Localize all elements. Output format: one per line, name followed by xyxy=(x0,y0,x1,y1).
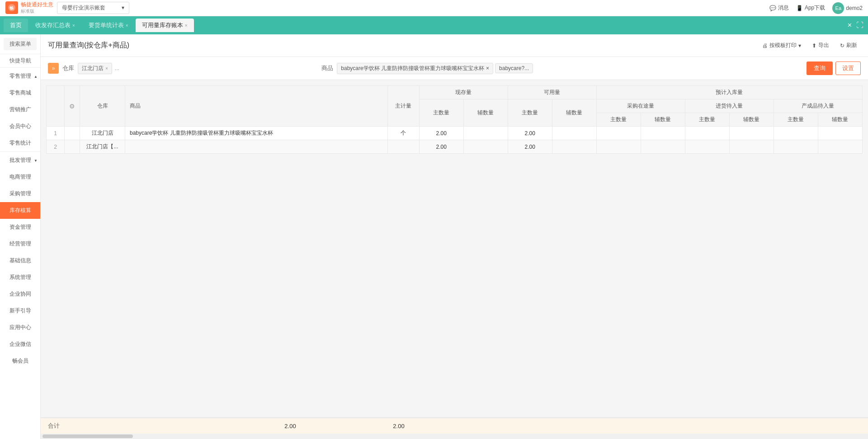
settings-gear-icon[interactable]: ⚙ xyxy=(69,103,75,110)
sidebar-item-retail-stats[interactable]: 零售统计 xyxy=(0,135,40,151)
footer-pp-main xyxy=(697,423,751,430)
sidebar-item-operations[interactable]: 经营管理 xyxy=(0,236,40,252)
row-1-warehouse: 江北门店 xyxy=(80,127,125,140)
sidebar-item-retail-management[interactable]: 零售管理 ▲ xyxy=(0,68,40,85)
footer-spacer3 xyxy=(227,423,263,430)
phone-icon: 📱 xyxy=(796,5,803,11)
refresh-btn[interactable]: ↻ 刷新 xyxy=(836,40,861,51)
tab-close-icon[interactable]: × xyxy=(72,23,75,28)
table-row: 2 江北门店【... 2.00 2.00 xyxy=(47,140,863,154)
row-1-settings xyxy=(65,127,80,140)
sidebar-item-wholesale[interactable]: 批发管理 ▼ xyxy=(0,152,40,169)
dropdown-icon: ▾ xyxy=(122,5,124,11)
sidebar-wholesale-label: 批发管理 xyxy=(9,156,31,164)
table-area: ⚙ 仓库 商品 主计量 现存量 可用量 预计入库量 主数量 辅数量 主数量 辅数… xyxy=(41,80,868,417)
warehouse-tag[interactable]: 江北门店 × xyxy=(78,63,112,74)
sidebar-newbie-label: 新手引导 xyxy=(9,307,31,315)
sidebar: 搜索菜单 快捷导航 零售管理 ▲ 零售商城 营销推广 会员中心 零售统计 批发管 xyxy=(0,34,41,439)
sidebar-item-ecommerce[interactable]: 电商管理 xyxy=(0,169,40,185)
sidebar-item-basic-info[interactable]: 基础信息 xyxy=(0,252,40,269)
message-label: 消息 xyxy=(778,4,789,12)
th-ip-aux: 辅数量 xyxy=(729,113,774,127)
product-tag-1[interactable]: babycare学饮杯 儿童防摔防撞吸管杯重力球吸嘴杯宝宝水杯 × xyxy=(337,63,493,74)
th-pp-main: 主数量 xyxy=(774,113,818,127)
user-area[interactable]: Ea demo2 xyxy=(832,2,863,14)
footer-pt-main xyxy=(480,423,534,430)
th-available: 可用量 xyxy=(508,86,596,99)
scroll-thumb[interactable] xyxy=(42,434,133,438)
expand-tabs-btn[interactable]: ⛶ xyxy=(856,21,863,29)
sidebar-item-marketing[interactable]: 营销推广 xyxy=(0,101,40,118)
tab-close-icon-3[interactable]: × xyxy=(185,23,188,28)
logo-icon: 畅 xyxy=(5,1,18,14)
warehouse-tag-close[interactable]: × xyxy=(105,66,108,71)
warehouse-tags-area: 江北门店 × ... xyxy=(78,63,311,74)
logo-sub: 标准版 xyxy=(21,8,53,14)
close-all-tabs-btn[interactable]: × xyxy=(848,21,852,29)
tab-close-icon-2[interactable]: × xyxy=(126,23,128,28)
print-template-btn[interactable]: 🖨 按模板打印 ▾ xyxy=(759,40,805,51)
th-inbound-pending: 进货待入量 xyxy=(685,99,774,113)
sidebar-item-newbie[interactable]: 新手引导 xyxy=(0,302,40,319)
product-tag-1-close[interactable]: × xyxy=(486,65,489,71)
row-2-available-aux xyxy=(552,140,596,154)
message-btn[interactable]: 💬 消息 xyxy=(769,4,789,12)
footer-ip-aux xyxy=(643,423,697,430)
row-2-settings xyxy=(65,140,80,154)
tab-available-stock[interactable]: 可用量库存账本 × xyxy=(136,19,194,32)
sidebar-purchase-label: 采购管理 xyxy=(9,190,31,198)
industry-selector[interactable]: 母婴行业演示账套 ▾ xyxy=(57,2,129,14)
sidebar-item-retail-mall[interactable]: 零售商城 xyxy=(0,85,40,101)
sidebar-item-finance[interactable]: 资金管理 xyxy=(0,219,40,236)
sidebar-item-member-center[interactable]: 会员中心 xyxy=(0,118,40,135)
query-btn[interactable]: 查询 xyxy=(807,61,833,75)
th-pt-main: 主数量 xyxy=(596,113,641,127)
row-2-product xyxy=(125,140,388,154)
filter-more-icon[interactable]: ... xyxy=(115,65,119,71)
tab-receivable-summary[interactable]: 收发存汇总表 × xyxy=(29,19,81,32)
th-ip-main: 主数量 xyxy=(685,113,729,127)
sidebar-item-inventory[interactable]: 库存核算 xyxy=(0,202,40,219)
sidebar-item-enterprise[interactable]: 企业协同 xyxy=(0,286,40,302)
app-download-btn[interactable]: 📱 App下载 xyxy=(796,4,825,12)
sidebar-ecommerce-label: 电商管理 xyxy=(9,173,31,181)
product-filter-label: 商品 xyxy=(321,64,333,72)
industry-label: 母婴行业演示账套 xyxy=(62,4,105,12)
th-product: 商品 xyxy=(125,86,388,127)
th-available-aux: 辅数量 xyxy=(552,99,596,127)
sidebar-item-app-center[interactable]: 应用中心 xyxy=(0,319,40,336)
tab-home[interactable]: 首页 xyxy=(4,19,28,32)
row-1-pp-main xyxy=(774,127,818,140)
sidebar-item-member[interactable]: 畅会员 xyxy=(0,353,40,369)
row-1-num: 1 xyxy=(47,127,65,140)
footer-pp-aux xyxy=(751,423,806,430)
th-rownum xyxy=(47,86,65,127)
product-tag-2[interactable]: babycare?... xyxy=(495,63,533,73)
warehouse-tag-text: 江北门店 xyxy=(82,65,104,72)
tab-order-stats[interactable]: 要货单统计表 × xyxy=(82,19,135,32)
sidebar-inventory-label: 库存核算 xyxy=(9,207,31,214)
row-1-available-aux xyxy=(552,127,596,140)
search-menu-btn[interactable]: 搜索菜单 xyxy=(4,38,37,50)
print-icon: 🖨 xyxy=(762,42,768,49)
svg-text:畅: 畅 xyxy=(9,6,14,10)
sidebar-item-system[interactable]: 系统管理 xyxy=(0,269,40,286)
settings-btn[interactable]: 设置 xyxy=(835,61,861,75)
page-title: 可用量查询(按仓库+商品) xyxy=(48,41,129,50)
filter-toggle-btn[interactable]: » xyxy=(48,63,59,74)
sidebar-item-wechat[interactable]: 企业微信 xyxy=(0,336,40,353)
sidebar-finance-label: 资金管理 xyxy=(9,223,31,231)
sidebar-retail-stats-label: 零售统计 xyxy=(9,139,31,147)
th-pt-aux: 辅数量 xyxy=(641,113,685,127)
row-1-available-main: 2.00 xyxy=(508,127,552,140)
th-settings: ⚙ xyxy=(65,86,80,127)
page-actions: 🖨 按模板打印 ▾ ⬆ 导出 ↻ 刷新 xyxy=(759,40,861,51)
product-tag-1-text: babycare学饮杯 儿童防摔防撞吸管杯重力球吸嘴杯宝宝水杯 xyxy=(341,65,484,72)
tab-receivable-label: 收发存汇总表 xyxy=(35,21,71,29)
row-1-pt-main xyxy=(596,127,641,140)
sidebar-item-purchase[interactable]: 采购管理 xyxy=(0,185,40,202)
export-btn[interactable]: ⬆ 导出 xyxy=(808,40,833,51)
horizontal-scrollbar[interactable] xyxy=(41,434,868,439)
sidebar-basic-info-label: 基础信息 xyxy=(9,257,31,264)
sidebar-quick-nav[interactable]: 快捷导航 xyxy=(0,54,40,68)
